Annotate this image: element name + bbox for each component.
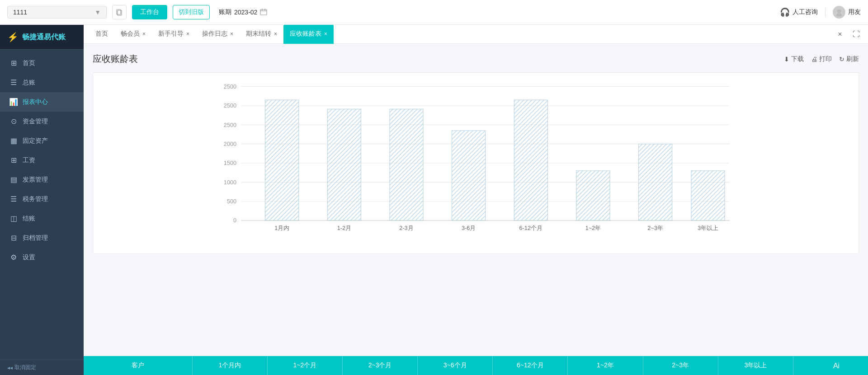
sidebar-icon-ledger: ☰ (9, 78, 18, 87)
ai-label: Ai (833, 362, 840, 370)
print-icon: 🖨 (811, 56, 817, 63)
calendar-icon[interactable] (260, 8, 267, 17)
sidebar-label-salary: 工资 (23, 156, 35, 164)
copy-icon-button[interactable] (112, 5, 127, 19)
download-button[interactable]: ⬇ 下载 (784, 55, 804, 63)
top-bar: 1111 ▼ 工作台 切到旧版 账期 2023-02 (0, 0, 868, 25)
logo-text: 畅捷通易代账 (22, 33, 66, 42)
tab-home[interactable]: 首页 (89, 25, 114, 44)
main-area: ⚡ 畅捷通易代账 ⊞ 首页 ☰ 总账 📊 报表中心 ⊙ 资金管理 ▦ 固定资产 … (0, 25, 868, 375)
tab-label-guide: 新手引导 (158, 30, 184, 38)
sidebar-label-settings: 设置 (23, 253, 35, 262)
svg-text:1~2年: 1~2年 (585, 225, 601, 231)
table-col-3~6个月: 3~6个月 (418, 356, 493, 375)
download-icon: ⬇ (784, 56, 789, 63)
svg-text:1500: 1500 (224, 160, 236, 166)
tab-oplog[interactable]: 操作日志 × (196, 25, 240, 44)
sidebar-icon-tax: ☰ (9, 195, 18, 203)
expand-button[interactable]: ⛶ (850, 28, 863, 41)
sidebar-label-invoice: 发票管理 (23, 176, 48, 184)
sidebar-item-tax[interactable]: ☰ 税务管理 (0, 189, 84, 209)
table-col-1个月内: 1个月内 (193, 356, 268, 375)
table-col-6~12个月: 6~12个月 (493, 356, 568, 375)
user-service[interactable]: 🎧 人工咨询 (780, 7, 818, 17)
tab-close-guide[interactable]: × (186, 31, 189, 37)
sidebar-item-reports[interactable]: 📊 报表中心 (0, 92, 84, 112)
company-selector[interactable]: 1111 ▼ (7, 6, 107, 19)
sidebar-icon-fixed: ▦ (9, 136, 18, 145)
sidebar-label-fund: 资金管理 (23, 117, 48, 126)
sidebar-label-reports: 报表中心 (23, 98, 48, 106)
svg-text:0: 0 (233, 217, 236, 224)
sidebar-nav: ⊞ 首页 ☰ 总账 📊 报表中心 ⊙ 资金管理 ▦ 固定资产 ⊞ 工资 ▤ 发票… (0, 50, 84, 360)
svg-text:1000: 1000 (224, 179, 236, 186)
page-header: 应收账龄表 ⬇ 下载 🖨 打印 ↻ 刷新 (93, 53, 859, 65)
svg-text:500: 500 (227, 198, 236, 205)
sidebar-item-fund[interactable]: ⊙ 资金管理 (0, 112, 84, 131)
svg-rect-36 (576, 171, 610, 220)
svg-text:6-12个月: 6-12个月 (519, 225, 542, 231)
svg-rect-28 (327, 109, 361, 220)
tabs-bar: 首页畅会员 ×新手引导 ×操作日志 ×期末结转 ×应收账龄表 × × ⛶ (84, 25, 868, 44)
svg-text:2500: 2500 (224, 84, 236, 90)
sidebar-logo: ⚡ 畅捷通易代账 (0, 25, 84, 50)
user-info[interactable]: 用友 (833, 6, 861, 19)
tab-label-home: 首页 (95, 30, 108, 38)
svg-text:2-3月: 2-3月 (399, 225, 413, 231)
sidebar-icon-fund: ⊙ (9, 117, 18, 126)
svg-rect-32 (452, 131, 486, 220)
tab-label-period_end: 期末结转 (246, 30, 271, 38)
sidebar-item-settings[interactable]: ⚙ 设置 (0, 248, 84, 267)
sidebar-label-archive: 归档管理 (23, 234, 48, 242)
sidebar-icon-salary: ⊞ (9, 156, 18, 164)
tab-close-period_end[interactable]: × (274, 31, 277, 37)
table-col-1~2年: 1~2年 (568, 356, 643, 375)
chart-svg: 2500 2500 2500 2000 1500 1000 500 0 (102, 82, 849, 244)
tab-guide[interactable]: 新手引导 × (152, 25, 196, 44)
sidebar-item-salary[interactable]: ⊞ 工资 (0, 150, 84, 170)
sidebar-item-invoice[interactable]: ▤ 发票管理 (0, 170, 84, 189)
cancel-fixed-button[interactable]: ◂◂ 取消固定 (0, 360, 84, 375)
page-title: 应收账龄表 (93, 53, 138, 65)
divider (825, 8, 826, 17)
workbench-button[interactable]: 工作台 (132, 5, 167, 19)
close-all-tabs-button[interactable]: × (834, 28, 846, 41)
table-col-客户: 客户 (84, 356, 193, 375)
tab-close-oplog[interactable]: × (230, 31, 233, 37)
svg-text:2500: 2500 (224, 122, 236, 128)
sidebar-icon-archive: ⊟ (9, 234, 18, 242)
tab-aging[interactable]: 应收账龄表 × (283, 25, 334, 44)
svg-rect-30 (390, 109, 423, 220)
sidebar: ⚡ 畅捷通易代账 ⊞ 首页 ☰ 总账 📊 报表中心 ⊙ 资金管理 ▦ 固定资产 … (0, 25, 84, 375)
refresh-icon: ↻ (839, 56, 844, 63)
cancel-fixed-label: 取消固定 (14, 364, 36, 371)
refresh-button[interactable]: ↻ 刷新 (839, 55, 859, 63)
print-button[interactable]: 🖨 打印 (811, 55, 832, 63)
tab-period_end[interactable]: 期末结转 × (240, 25, 283, 44)
sidebar-label-fixed: 固定资产 (23, 137, 48, 145)
company-name: 1111 (13, 9, 91, 16)
sidebar-item-fixed[interactable]: ▦ 固定资产 (0, 131, 84, 150)
cancel-fixed-icon: ◂◂ (7, 365, 13, 371)
sidebar-label-tax: 税务管理 (23, 195, 48, 203)
download-label: 下载 (791, 55, 804, 63)
ai-bar[interactable]: Ai (805, 357, 868, 375)
sidebar-item-ledger[interactable]: ☰ 总账 (0, 73, 84, 92)
sidebar-item-archive[interactable]: ⊟ 归档管理 (0, 228, 84, 248)
svg-text:1-2月: 1-2月 (337, 225, 351, 231)
user-label: 用友 (848, 8, 861, 16)
tab-close-aging[interactable]: × (324, 31, 327, 37)
tab-member[interactable]: 畅会员 × (114, 25, 152, 44)
switch-version-button[interactable]: 切到旧版 (173, 5, 210, 19)
sidebar-item-checkout[interactable]: ◫ 结账 (0, 209, 84, 228)
top-bar-actions: 工作台 切到旧版 账期 2023-02 (112, 5, 267, 19)
tab-close-member[interactable]: × (142, 31, 146, 37)
tab-label-aging: 应收账龄表 (290, 30, 321, 38)
top-bar-right: 🎧 人工咨询 用友 (780, 6, 861, 19)
svg-rect-34 (514, 100, 547, 220)
svg-text:1月内: 1月内 (274, 225, 289, 231)
page-actions: ⬇ 下载 🖨 打印 ↻ 刷新 (784, 55, 859, 63)
sidebar-item-home[interactable]: ⊞ 首页 (0, 53, 84, 73)
svg-text:3-6月: 3-6月 (462, 225, 476, 231)
svg-text:2500: 2500 (224, 103, 236, 109)
